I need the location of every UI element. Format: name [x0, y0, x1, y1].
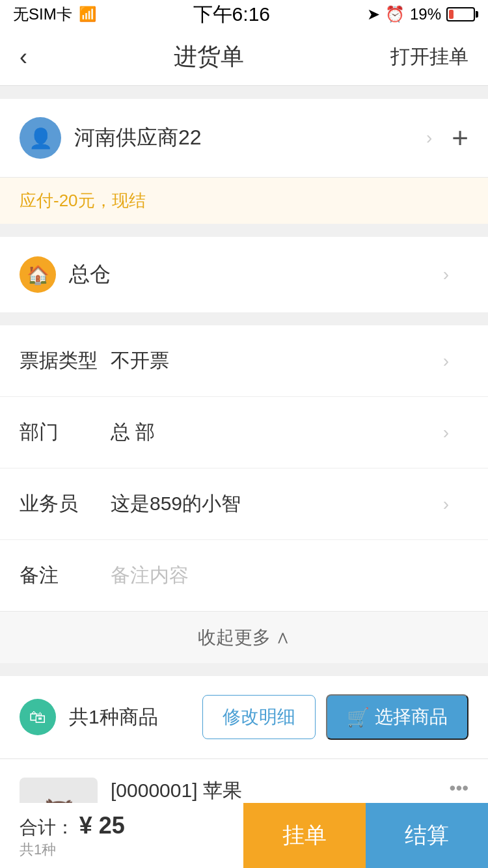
status-right: ➤ ⏰ 19% [367, 5, 475, 23]
collapse-label: 收起更多 ∧ [198, 625, 291, 650]
sales-label: 业务员 [20, 491, 111, 517]
notice-text: 应付-20元，现结 [20, 191, 146, 210]
total-count: 共1种 [20, 840, 224, 860]
hang-label: 挂单 [282, 821, 327, 850]
section-gap-2 [0, 224, 488, 237]
carrier-label: 无SIM卡 [13, 4, 72, 25]
person-icon: 👤 [29, 127, 53, 150]
form-card: 票据类型 不开票 › 部门 总 部 › 业务员 这是859的小智 › 备注 备注… [0, 325, 488, 663]
supplier-chevron-icon: › [426, 128, 432, 148]
products-icon: 🛍 [20, 699, 56, 735]
edit-detail-button[interactable]: 修改明细 [202, 695, 316, 739]
total-line: 合计： ¥ 25 [20, 812, 224, 840]
sales-value: 这是859的小智 [111, 491, 443, 517]
product-code: [0000001] [111, 780, 197, 801]
supplier-row[interactable]: 👤 河南供应商22 › + [0, 99, 488, 178]
status-bar: 无SIM卡 📶 下午6:16 ➤ ⏰ 19% [0, 0, 488, 29]
battery-fill [449, 10, 454, 19]
supplier-avatar: 👤 [20, 117, 61, 159]
dept-chevron-icon: › [443, 422, 449, 443]
location-icon: ➤ [367, 5, 380, 23]
warehouse-icon: 🏠 [20, 256, 56, 293]
add-button[interactable]: + [452, 122, 468, 154]
warehouse-card[interactable]: 🏠 总仓 › [0, 237, 488, 312]
back-button[interactable]: ‹ [20, 44, 27, 71]
invoice-row[interactable]: 票据类型 不开票 › [0, 325, 488, 396]
supplier-name: 河南供应商22 [74, 124, 426, 152]
warehouse-chevron-icon: › [443, 264, 449, 285]
checkout-label: 结算 [405, 821, 449, 850]
warehouse-row[interactable]: 🏠 总仓 › [0, 237, 488, 312]
product-title: 苹果 [203, 780, 242, 801]
invoice-label: 票据类型 [20, 347, 111, 374]
total-amount: ¥ 25 [79, 812, 125, 839]
checkout-button[interactable]: 结算 [366, 803, 488, 868]
home-icon: 🏠 [27, 264, 49, 286]
remark-row[interactable]: 备注 备注内容 [0, 539, 488, 611]
total-section: 合计： ¥ 25 共1种 [0, 803, 243, 868]
collapse-bar[interactable]: 收起更多 ∧ [0, 611, 488, 663]
remark-input[interactable]: 备注内容 [111, 562, 468, 589]
section-gap-1 [0, 86, 488, 99]
select-product-button[interactable]: 🛒 选择商品 [326, 694, 468, 740]
hang-button[interactable]: 挂单 [243, 803, 366, 868]
open-hang-button[interactable]: 打开挂单 [390, 44, 468, 70]
status-time: 下午6:16 [193, 1, 270, 28]
alarm-icon: ⏰ [385, 5, 405, 23]
section-gap-3 [0, 312, 488, 325]
select-product-label: 选择商品 [375, 705, 448, 729]
bottom-bar: 合计： ¥ 25 共1种 挂单 结算 [0, 803, 488, 868]
invoice-value: 不开票 [111, 347, 443, 374]
sales-chevron-icon: › [443, 494, 449, 515]
total-label: 合计： [20, 817, 74, 837]
status-left: 无SIM卡 📶 [13, 4, 96, 25]
more-button[interactable]: ••• [450, 778, 468, 798]
warehouse-name: 总仓 [69, 260, 443, 289]
dept-label: 部门 [20, 419, 111, 446]
cart-icon: 🛍 [29, 707, 46, 727]
page-title: 进货单 [174, 41, 244, 73]
battery-indicator [446, 7, 475, 21]
remark-label: 备注 [20, 562, 111, 589]
dept-value: 总 部 [111, 419, 443, 446]
products-header: 🛍 共1种商品 修改明细 🛒 选择商品 [0, 676, 488, 758]
product-name: [0000001] 苹果 [111, 778, 437, 804]
dept-row[interactable]: 部门 总 部 › [0, 396, 488, 468]
products-count: 共1种商品 [69, 704, 202, 731]
supplier-card: 👤 河南供应商22 › + 应付-20元，现结 [0, 99, 488, 224]
battery-percent: 19% [410, 5, 441, 23]
invoice-chevron-icon: › [443, 351, 449, 372]
sales-row[interactable]: 业务员 这是859的小智 › [0, 468, 488, 539]
wifi-icon: 📶 [79, 6, 96, 23]
nav-bar: ‹ 进货单 打开挂单 [0, 29, 488, 86]
section-gap-4 [0, 663, 488, 676]
select-product-icon: 🛒 [347, 707, 370, 728]
notice-bar: 应付-20元，现结 [0, 178, 488, 224]
